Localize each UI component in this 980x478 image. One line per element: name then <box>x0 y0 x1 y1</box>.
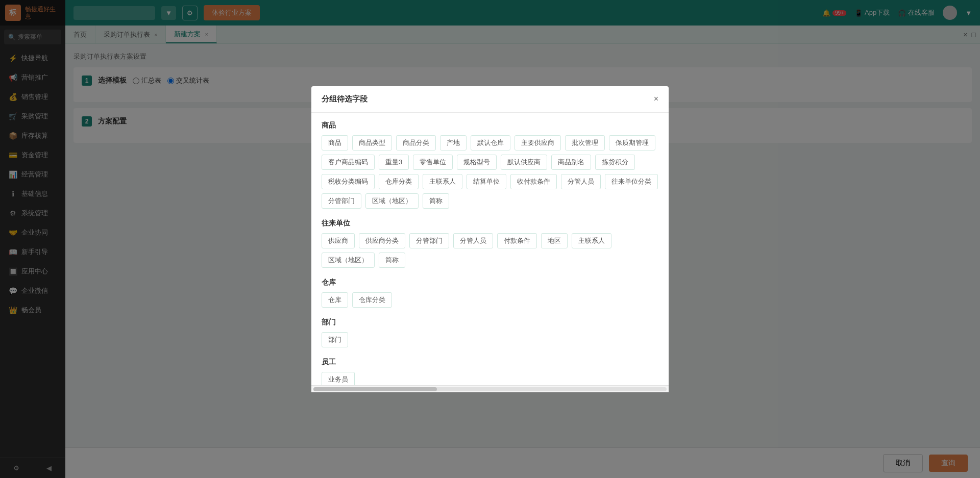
field-group-2: 仓库仓库仓库分类 <box>322 278 658 308</box>
modal-title: 分组待选字段 <box>322 94 368 104</box>
field-tag-0-18[interactable]: 结算单位 <box>467 174 506 189</box>
field-tag-2-0[interactable]: 仓库 <box>322 292 348 308</box>
field-tags-4: 业务员 <box>322 372 658 385</box>
field-tag-1-1[interactable]: 供应商分类 <box>359 233 405 248</box>
field-tag-0-0[interactable]: 商品 <box>322 135 348 150</box>
field-group-0: 商品商品商品类型商品分类产地默认仓库主要供应商批次管理保质期管理客户商品编码重量… <box>322 121 658 209</box>
field-tag-1-4[interactable]: 付款条件 <box>497 233 537 248</box>
field-tags-3: 部门 <box>322 332 658 347</box>
field-tag-0-20[interactable]: 分管人员 <box>561 174 601 189</box>
field-tag-0-1[interactable]: 商品类型 <box>352 135 392 150</box>
field-tag-1-2[interactable]: 分管部门 <box>409 233 449 248</box>
field-tags-2: 仓库仓库分类 <box>322 292 658 308</box>
field-tag-1-0[interactable]: 供应商 <box>322 233 355 248</box>
field-tag-0-15[interactable]: 税收分类编码 <box>322 174 375 189</box>
field-tag-4-0[interactable]: 业务员 <box>322 372 355 385</box>
field-tag-0-9[interactable]: 重量3 <box>379 155 409 170</box>
field-tag-0-19[interactable]: 收付款条件 <box>510 174 557 189</box>
field-group-4: 员工业务员 <box>322 358 658 385</box>
field-tag-0-21[interactable]: 往来单位分类 <box>605 174 658 189</box>
section-title-1: 往来单位 <box>322 219 658 228</box>
field-tag-2-1[interactable]: 仓库分类 <box>352 292 392 308</box>
field-tag-1-7[interactable]: 区域（地区） <box>322 253 375 268</box>
field-tag-0-22[interactable]: 分管部门 <box>322 193 361 209</box>
field-tag-0-17[interactable]: 主联系人 <box>423 174 462 189</box>
field-tag-0-13[interactable]: 商品别名 <box>551 155 591 170</box>
field-group-1: 往来单位供应商供应商分类分管部门分管人员付款条件地区主联系人区域（地区）简称 <box>322 219 658 268</box>
section-title-0: 商品 <box>322 121 658 130</box>
field-tag-0-24[interactable]: 简称 <box>423 193 449 209</box>
field-tag-0-14[interactable]: 拣货积分 <box>595 155 635 170</box>
modal-header: 分组待选字段 × <box>311 86 669 113</box>
field-tag-0-8[interactable]: 客户商品编码 <box>322 155 375 170</box>
field-tag-0-10[interactable]: 零售单位 <box>413 155 453 170</box>
field-tag-0-16[interactable]: 仓库分类 <box>379 174 419 189</box>
field-tag-0-4[interactable]: 默认仓库 <box>471 135 510 150</box>
modal-body: 商品商品商品类型商品分类产地默认仓库主要供应商批次管理保质期管理客户商品编码重量… <box>311 113 669 385</box>
section-title-3: 部门 <box>322 318 658 327</box>
field-select-modal: 分组待选字段 × 商品商品商品类型商品分类产地默认仓库主要供应商批次管理保质期管… <box>311 86 669 392</box>
hscroll-thumb <box>313 387 437 391</box>
field-tag-1-6[interactable]: 主联系人 <box>572 233 611 248</box>
field-tag-0-2[interactable]: 商品分类 <box>396 135 436 150</box>
field-tag-1-5[interactable]: 地区 <box>541 233 568 248</box>
section-title-2: 仓库 <box>322 278 658 287</box>
field-tag-0-6[interactable]: 批次管理 <box>565 135 605 150</box>
field-tag-0-23[interactable]: 区域（地区） <box>365 193 419 209</box>
field-tag-0-12[interactable]: 默认供应商 <box>501 155 547 170</box>
modal-overlay: 分组待选字段 × 商品商品商品类型商品分类产地默认仓库主要供应商批次管理保质期管… <box>0 0 980 478</box>
field-tag-3-0[interactable]: 部门 <box>322 332 348 347</box>
field-tags-1: 供应商供应商分类分管部门分管人员付款条件地区主联系人区域（地区）简称 <box>322 233 658 268</box>
field-tags-0: 商品商品类型商品分类产地默认仓库主要供应商批次管理保质期管理客户商品编码重量3零… <box>322 135 658 209</box>
hscroll-track <box>313 387 667 391</box>
field-tag-1-8[interactable]: 简称 <box>379 253 405 268</box>
field-tag-0-3[interactable]: 产地 <box>440 135 467 150</box>
field-tag-0-5[interactable]: 主要供应商 <box>514 135 561 150</box>
field-tag-0-7[interactable]: 保质期管理 <box>609 135 655 150</box>
field-tag-0-11[interactable]: 规格型号 <box>457 155 497 170</box>
field-tag-1-3[interactable]: 分管人员 <box>453 233 493 248</box>
field-group-3: 部门部门 <box>322 318 658 347</box>
modal-horizontal-scrollbar[interactable] <box>311 385 669 392</box>
section-title-4: 员工 <box>322 358 658 367</box>
modal-close-btn[interactable]: × <box>654 94 658 104</box>
